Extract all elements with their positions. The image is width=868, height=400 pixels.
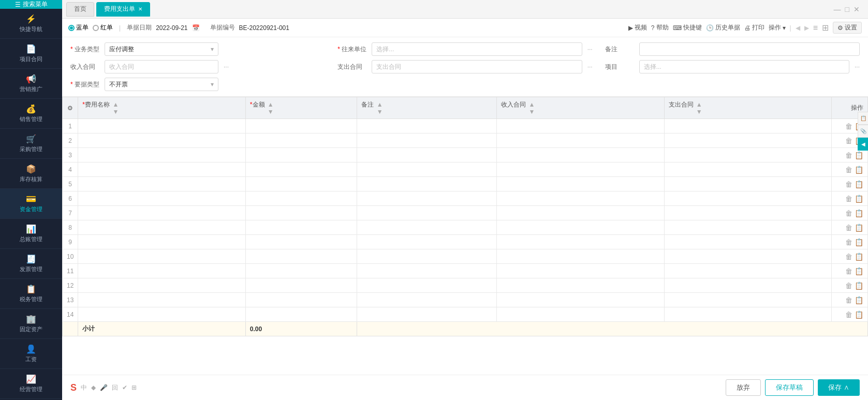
sidebar-item-inventory[interactable]: 📦 库存核算 xyxy=(0,159,62,189)
note-cell-2[interactable] xyxy=(357,134,497,148)
operation-button[interactable]: 操作 ▾ xyxy=(769,23,786,32)
sidebar-item-project-contract[interactable]: 📄 项目合同 xyxy=(0,39,62,69)
business-type-input[interactable]: 应付调整 ▾ xyxy=(105,42,218,56)
sidebar-item-fixed-assets[interactable]: 🏢 固定资产 xyxy=(0,309,62,339)
floating-attach[interactable]: 📎 xyxy=(858,125,868,138)
expense-contract-cell-6[interactable] xyxy=(664,191,832,206)
delete-icon-2[interactable]: 🗑 xyxy=(845,137,852,145)
note-cell-6[interactable] xyxy=(357,191,497,206)
save-draft-button[interactable]: 保存草稿 xyxy=(765,379,814,396)
note-cell-5[interactable] xyxy=(357,177,497,191)
expense-name-cell-14[interactable] xyxy=(78,307,245,322)
expense-name-cell-13[interactable] xyxy=(78,293,245,307)
sidebar-item-purchase[interactable]: 🛒 采购管理 xyxy=(0,129,62,159)
copy-icon-12[interactable]: 📋 xyxy=(855,282,863,290)
history-button[interactable]: 🕒 历史单据 xyxy=(706,23,740,32)
delete-icon-3[interactable]: 🗑 xyxy=(845,151,852,159)
income-contract-cell-14[interactable] xyxy=(497,307,664,322)
income-contract-input[interactable]: 收入合同 xyxy=(105,60,218,73)
help-button[interactable]: ? 帮助 xyxy=(651,23,669,32)
copy-icon-13[interactable]: 📋 xyxy=(855,296,863,304)
floating-clipboard[interactable]: 📋 xyxy=(858,112,868,125)
income-contract-cell-7[interactable] xyxy=(497,206,664,220)
amount-cell-11[interactable] xyxy=(245,264,357,278)
th-gear[interactable]: ⚙ xyxy=(63,97,78,119)
radio-blue[interactable]: 蓝单 xyxy=(68,23,89,32)
radio-red[interactable]: 红单 xyxy=(93,23,113,32)
income-contract-cell-2[interactable] xyxy=(497,134,664,148)
expense-name-cell-8[interactable] xyxy=(78,220,245,235)
close-button[interactable]: ✕ xyxy=(854,5,860,13)
note-cell-9[interactable] xyxy=(357,235,497,249)
expense-contract-cell-14[interactable] xyxy=(664,307,832,322)
income-contract-cell-13[interactable] xyxy=(497,293,664,307)
amount-cell-3[interactable] xyxy=(245,148,357,162)
th-note[interactable]: 备注 ▲▼ xyxy=(357,97,497,119)
income-contract-cell-5[interactable] xyxy=(497,177,664,191)
expense-contract-dots[interactable]: ··· xyxy=(587,63,593,70)
amount-cell-7[interactable] xyxy=(245,206,357,220)
delete-icon-12[interactable]: 🗑 xyxy=(845,282,852,290)
delete-icon-8[interactable]: 🗑 xyxy=(845,224,852,232)
footer-icon-4[interactable]: 回 xyxy=(112,383,118,392)
amount-cell-6[interactable] xyxy=(245,191,357,206)
delete-icon-6[interactable]: 🗑 xyxy=(845,195,852,203)
expense-name-cell-12[interactable] xyxy=(78,278,245,293)
sidebar-item-accounting[interactable]: 📊 总账管理 xyxy=(0,219,62,249)
delete-icon-7[interactable]: 🗑 xyxy=(845,209,852,217)
copy-icon-4[interactable]: 📋 xyxy=(855,166,863,174)
copy-icon-8[interactable]: 📋 xyxy=(855,224,863,232)
income-contract-cell-12[interactable] xyxy=(497,278,664,293)
partner-input[interactable]: 选择... xyxy=(372,42,582,56)
expense-name-cell-1[interactable] xyxy=(78,119,245,134)
amount-cell-9[interactable] xyxy=(245,235,357,249)
expense-name-cell-3[interactable] xyxy=(78,148,245,162)
expense-name-cell-5[interactable] xyxy=(78,177,245,191)
expense-contract-cell-9[interactable] xyxy=(664,235,832,249)
project-dots[interactable]: ··· xyxy=(855,63,860,70)
income-contract-cell-9[interactable] xyxy=(497,235,664,249)
note-cell-10[interactable] xyxy=(357,249,497,264)
expense-name-cell-10[interactable] xyxy=(78,249,245,264)
income-contract-cell-1[interactable] xyxy=(497,119,664,134)
partner-dots[interactable]: ··· xyxy=(587,46,593,53)
copy-icon-14[interactable]: 📋 xyxy=(855,310,863,319)
income-contract-cell-6[interactable] xyxy=(497,191,664,206)
footer-icon-3[interactable]: 🎤 xyxy=(100,384,108,391)
copy-icon-3[interactable]: 📋 xyxy=(855,151,863,159)
sidebar-item-marketing[interactable]: 📢 营销推广 xyxy=(0,69,62,99)
sidebar-item-tax[interactable]: 📋 税务管理 xyxy=(0,279,62,309)
copy-icon-6[interactable]: 📋 xyxy=(855,195,863,203)
floating-collapse[interactable]: ◀ xyxy=(858,138,868,151)
list-view-icon[interactable]: ≡ xyxy=(813,23,818,33)
note-cell-1[interactable] xyxy=(357,119,497,134)
expense-name-cell-4[interactable] xyxy=(78,162,245,177)
amount-cell-12[interactable] xyxy=(245,278,357,293)
delete-icon-4[interactable]: 🗑 xyxy=(845,166,852,174)
expense-contract-cell-11[interactable] xyxy=(664,264,832,278)
discard-button[interactable]: 放弃 xyxy=(726,379,761,396)
amount-cell-14[interactable] xyxy=(245,307,357,322)
expense-contract-input[interactable]: 支出合同 xyxy=(372,60,582,73)
maximize-button[interactable]: □ xyxy=(845,5,849,13)
expense-name-cell-11[interactable] xyxy=(78,264,245,278)
sidebar-item-quick-nav[interactable]: ⚡ 快捷导航 xyxy=(0,9,62,39)
grid-view-icon[interactable]: ⊞ xyxy=(822,23,829,33)
income-contract-cell-3[interactable] xyxy=(497,148,664,162)
project-input[interactable]: 选择... xyxy=(639,60,849,73)
tab-expense-close[interactable]: ✕ xyxy=(138,6,142,12)
sidebar-item-capital[interactable]: 💳 资金管理 xyxy=(0,189,62,219)
tab-home[interactable]: 首页 xyxy=(66,2,94,17)
save-button[interactable]: 保存 ∧ xyxy=(818,379,860,396)
copy-icon-9[interactable]: 📋 xyxy=(855,238,863,246)
amount-cell-4[interactable] xyxy=(245,162,357,177)
footer-icon-1[interactable]: 中 xyxy=(81,383,87,392)
delete-icon-5[interactable]: 🗑 xyxy=(845,180,852,188)
amount-cell-8[interactable] xyxy=(245,220,357,235)
calendar-icon[interactable]: 📅 xyxy=(192,24,200,32)
expense-contract-cell-10[interactable] xyxy=(664,249,832,264)
minimize-button[interactable]: — xyxy=(834,5,841,13)
set-button[interactable]: ⚙ 设置 xyxy=(833,22,862,34)
expense-contract-cell-2[interactable] xyxy=(664,134,832,148)
note-cell-11[interactable] xyxy=(357,264,497,278)
